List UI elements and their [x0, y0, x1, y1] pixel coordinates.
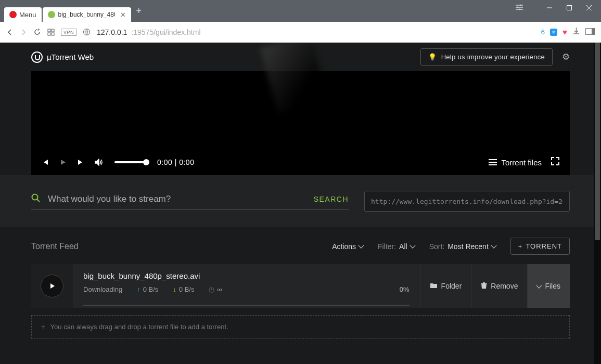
svg-rect-7 [52, 33, 54, 35]
folder-icon [430, 282, 438, 290]
shield-icon[interactable]: ✕ [550, 29, 557, 36]
svg-point-2 [519, 9, 521, 10]
folder-button[interactable]: Folder [420, 264, 471, 308]
svg-rect-4 [48, 29, 50, 32]
chevron-down-icon [410, 242, 415, 248]
app-logo[interactable]: µTorrent Web [31, 51, 94, 63]
torrent-url-box[interactable] [364, 191, 570, 212]
back-icon[interactable] [6, 29, 14, 36]
torrent-url-input[interactable] [371, 198, 563, 205]
utorrent-favicon-icon [48, 11, 55, 18]
url-path: :19575/gui/index.html [131, 28, 200, 36]
globe-icon[interactable] [83, 28, 91, 36]
files-button[interactable]: Files [527, 264, 570, 308]
list-icon [489, 158, 497, 167]
lightbulb-icon: 💡 [428, 53, 437, 61]
search-icon [31, 193, 41, 205]
utorrent-logo-icon [31, 51, 43, 63]
feed-title: Torrent Feed [31, 242, 79, 251]
search-box[interactable]: SEARCH [31, 193, 349, 210]
tab-close-icon[interactable]: ✕ [120, 11, 126, 19]
address-bar: VPN 127.0.0.1:19575/gui/index.html 6 ✕ ♥ [0, 22, 601, 43]
torrent-eta: ◷∞ [209, 285, 222, 293]
url-field[interactable]: 127.0.0.1:19575/gui/index.html [97, 28, 535, 36]
sort-dropdown[interactable]: Sort: Most Recent [429, 242, 496, 251]
search-input[interactable] [48, 194, 306, 204]
minimize-icon[interactable] [547, 3, 552, 12]
add-torrent-button[interactable]: + TORRENT [510, 238, 570, 255]
torrent-files-label: Torrent files [501, 158, 542, 167]
video-player[interactable]: 0:00 | 0:00 Torrent files [31, 71, 570, 175]
svg-rect-3 [567, 6, 572, 10]
speed-dial-icon[interactable] [47, 29, 55, 36]
heart-icon[interactable]: ♥ [562, 28, 567, 36]
upload-icon: ↑ [137, 285, 140, 293]
fullscreen-icon[interactable] [551, 157, 559, 167]
reload-icon[interactable] [33, 28, 41, 36]
sidebar-toggle-icon[interactable] [585, 28, 595, 37]
svg-rect-5 [52, 29, 54, 32]
torrent-percent: 0% [400, 285, 410, 293]
next-icon[interactable] [77, 159, 84, 166]
browser-tab[interactable]: big_buck_bunny_480p_ste ✕ [43, 7, 131, 22]
window-titlebar: Menu big_buck_bunny_480p_ste ✕ + [0, 0, 601, 22]
dropzone[interactable]: + You can always drag and drop a torrent… [31, 315, 570, 339]
torrent-row: big_buck_bunny_480p_stereo.avi Downloadi… [31, 264, 570, 308]
opera-icon [9, 11, 17, 18]
download-speed: ↓0 B/s [173, 285, 194, 293]
search-row: SEARCH [0, 175, 601, 227]
volume-icon[interactable] [95, 159, 104, 166]
feed-section: Torrent Feed Actions Filter: All Sort: M… [0, 227, 601, 349]
chevron-down-icon [491, 242, 496, 248]
svg-point-1 [517, 7, 519, 8]
svg-point-0 [520, 5, 522, 6]
seek-slider[interactable] [114, 161, 147, 163]
upload-speed: ↑0 B/s [137, 285, 158, 293]
svg-rect-12 [489, 162, 497, 163]
svg-rect-10 [592, 29, 594, 34]
search-button[interactable]: SEARCH [314, 195, 349, 203]
svg-rect-13 [489, 164, 497, 165]
scrollbar[interactable] [594, 43, 601, 364]
download-icon: ↓ [173, 285, 176, 293]
tab-title: big_buck_bunny_480p_ste [58, 11, 115, 18]
filter-dropdown[interactable]: Filter: All [378, 242, 415, 251]
torrent-status: Downloading [83, 285, 122, 293]
remove-button[interactable]: Remove [471, 264, 527, 308]
previous-icon[interactable] [42, 159, 49, 166]
torrent-thumbnail[interactable] [31, 264, 73, 308]
close-icon[interactable] [586, 3, 592, 12]
plus-icon: + [518, 242, 523, 250]
plus-icon: + [41, 323, 45, 331]
utorrent-app: µTorrent Web 💡 Help us improve your expe… [0, 43, 601, 364]
downloads-icon[interactable] [572, 27, 580, 37]
gear-icon[interactable]: ⚙ [562, 51, 570, 62]
url-host: 127.0.0.1 [97, 28, 127, 36]
progress-bar [83, 305, 410, 306]
browser-menu-button[interactable]: Menu [4, 7, 42, 22]
actions-dropdown[interactable]: Actions [332, 242, 363, 251]
play-circle-icon[interactable] [41, 275, 63, 297]
clock-icon: ◷ [209, 285, 214, 293]
torrent-name: big_buck_bunny_480p_stereo.avi [83, 271, 410, 280]
trash-icon [481, 282, 487, 291]
equalizer-icon[interactable] [516, 3, 523, 12]
logo-text: µTorrent Web [47, 53, 94, 61]
forward-icon [20, 29, 27, 36]
menu-label: Menu [19, 11, 36, 19]
vpn-badge[interactable]: VPN [61, 29, 76, 36]
svg-rect-11 [489, 159, 497, 160]
dropzone-hint: You can always drag and drop a torrent f… [50, 323, 228, 331]
svg-point-14 [32, 194, 38, 200]
blocked-count[interactable]: 6 [541, 28, 545, 36]
torrent-files-button[interactable]: Torrent files [489, 158, 542, 167]
improve-label: Help us improve your experience [441, 53, 545, 61]
svg-rect-6 [48, 33, 50, 35]
chevron-down-icon [536, 282, 542, 288]
chevron-down-icon [358, 242, 364, 248]
new-tab-button[interactable]: + [131, 6, 147, 17]
playback-time: 0:00 | 0:00 [157, 158, 194, 166]
improve-experience-button[interactable]: 💡 Help us improve your experience [420, 48, 553, 66]
maximize-icon[interactable] [567, 3, 572, 12]
play-icon[interactable] [59, 159, 67, 166]
